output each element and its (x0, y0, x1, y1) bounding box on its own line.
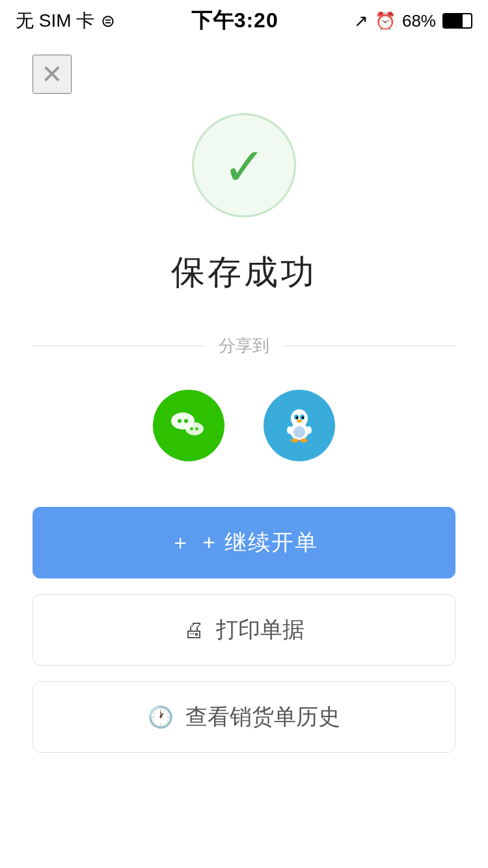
share-divider: 分享到 (33, 334, 455, 357)
close-icon: ✕ (41, 61, 63, 87)
svg-point-2 (184, 419, 188, 423)
carrier-text: 无 SIM 卡 (16, 8, 94, 33)
history-label: 查看销货单历史 (185, 702, 340, 732)
svg-point-5 (195, 427, 198, 431)
wechat-icon (167, 404, 210, 447)
close-button[interactable]: ✕ (33, 55, 72, 94)
qq-icon (279, 405, 319, 446)
qq-share-button[interactable] (264, 390, 335, 461)
svg-point-9 (296, 416, 299, 419)
status-left: 无 SIM 卡 ⊜ (16, 8, 115, 33)
action-buttons: ＋ + 继续开单 🖨 打印单据 🕐 查看销货单历史 (33, 507, 455, 753)
print-label: 打印单据 (216, 615, 305, 645)
svg-point-3 (185, 422, 204, 435)
svg-point-4 (190, 427, 193, 431)
svg-point-13 (293, 426, 305, 438)
plus-icon: ＋ (170, 528, 191, 557)
status-time: 下午3:20 (191, 7, 278, 35)
status-right: ↗ ⏰ 68% (354, 11, 472, 31)
divider-left (33, 346, 206, 346)
history-icon: 🕐 (148, 705, 174, 729)
success-circle: ✓ (192, 113, 296, 217)
share-icons (33, 390, 455, 461)
svg-point-16 (291, 439, 299, 442)
svg-point-15 (306, 426, 312, 434)
continue-button[interactable]: ＋ + 继续开单 (33, 507, 455, 578)
alarm-icon: ⏰ (375, 11, 396, 31)
wifi-icon: ⊜ (101, 11, 115, 31)
svg-point-1 (178, 419, 182, 423)
history-button[interactable]: 🕐 查看销货单历史 (33, 681, 455, 753)
battery-icon (442, 13, 472, 29)
location-icon: ↗ (354, 11, 368, 31)
continue-label: + 继续开单 (202, 528, 318, 558)
svg-point-10 (302, 416, 305, 419)
success-title: 保存成功 (171, 250, 317, 295)
svg-point-11 (297, 420, 302, 423)
print-icon: 🖨 (183, 618, 204, 642)
svg-point-14 (287, 426, 292, 434)
checkmark-icon: ✓ (223, 141, 266, 193)
divider-right (282, 346, 455, 346)
main-content: ✕ ✓ 保存成功 分享到 (0, 42, 488, 868)
wechat-share-button[interactable] (153, 390, 224, 461)
svg-point-17 (300, 439, 308, 442)
print-button[interactable]: 🖨 打印单据 (33, 594, 455, 666)
status-bar: 无 SIM 卡 ⊜ 下午3:20 ↗ ⏰ 68% (0, 0, 488, 42)
battery-pct: 68% (402, 11, 436, 31)
share-label: 分享到 (219, 334, 269, 357)
share-section: 分享到 (33, 334, 455, 461)
